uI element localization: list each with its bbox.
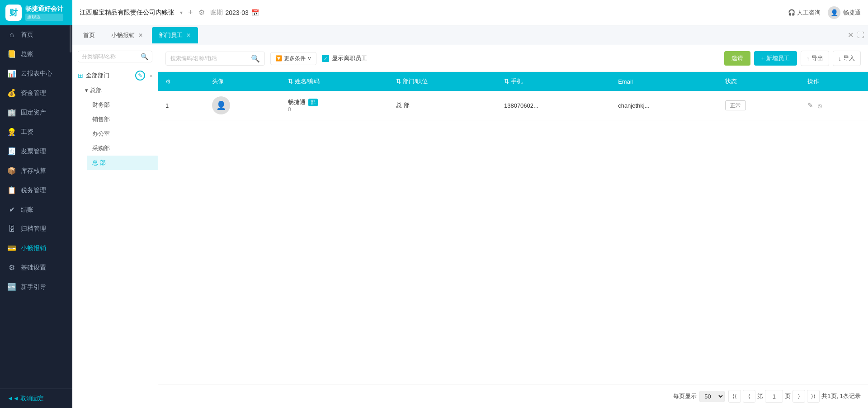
col-email: Email (611, 72, 718, 91)
per-page-select[interactable]: 50 100 200 (699, 391, 725, 402)
period-display: 账期 2023-03 📅 (210, 9, 259, 17)
inventory-icon: 📦 (7, 166, 16, 175)
user-menu[interactable]: 👤 畅捷通 (828, 6, 861, 19)
col-phone[interactable]: ⇅ 手机 (497, 72, 611, 91)
tab-employees[interactable]: 部门员工 ✕ (152, 27, 198, 43)
tab-expense-label: 小畅报销 (111, 31, 135, 39)
app-edition: 旗舰版 (25, 14, 63, 21)
col-dept[interactable]: ⇅ 部门/职位 (389, 72, 497, 91)
settings-icon: ⚙ (7, 263, 16, 272)
sidebar-item-inventory[interactable]: 📦 库存核算 (0, 161, 72, 180)
show-resigned-checkbox[interactable]: ✓ (322, 55, 329, 62)
prev-page-button[interactable]: ⟨ (743, 390, 755, 403)
col-name[interactable]: ⇅ 姓名/编码 (281, 72, 389, 91)
sidebar-scrollbar[interactable] (70, 25, 71, 52)
tabs-controls: ✕ ⛶ (848, 31, 864, 39)
employee-search-input[interactable] (170, 55, 248, 62)
sidebar-logo: 财 畅捷通好会计 旗舰版 (0, 0, 72, 25)
dept-node-office[interactable]: 办公室 (87, 127, 158, 141)
page-navigation: ⟨⟨ ⟨ 第 页 ⟩ ⟩⟩ 共1页, 1条记录 (728, 390, 861, 403)
import-button[interactable]: ↓ 导入 (833, 51, 861, 66)
invoice-icon: 🧾 (7, 147, 16, 156)
next-page-button[interactable]: ⟩ (793, 390, 805, 403)
dept-edit-button[interactable]: ✎ (135, 71, 145, 81)
add-employee-button[interactable]: + 新增员工 (754, 51, 797, 66)
app-name: 畅捷通好会计 (25, 5, 63, 13)
sidebar-item-guide[interactable]: 🆕 新手引导 (0, 277, 72, 297)
sidebar-item-assets[interactable]: 🏢 固定资产 (0, 103, 72, 122)
employee-code: 0 (288, 106, 382, 113)
calendar-icon[interactable]: 📅 (251, 9, 259, 16)
col-settings[interactable]: ⚙ (158, 72, 205, 91)
last-page-button[interactable]: ⟩⟩ (807, 390, 820, 403)
main-area: 江西服宝精品有限责任公司内账张 ▾ + ⚙ 账期 2023-03 📅 🎧 人工咨… (72, 0, 868, 408)
employee-table: ⚙ 头像 ⇅ 姓名/编码 ⇅ 部门/职位 ⇅ 手机 Email 状态 操作 1 (158, 72, 868, 120)
show-resigned-toggle[interactable]: ✓ 显示离职员工 (322, 54, 367, 62)
import-icon: ↓ (839, 55, 842, 62)
sidebar-item-label: 库存核算 (21, 167, 46, 175)
employee-search-box[interactable]: 🔍 (165, 52, 265, 66)
sidebar-item-label: 固定资产 (21, 109, 46, 117)
tab-home-label: 首页 (83, 31, 95, 39)
show-resigned-label: 显示离职员工 (332, 54, 367, 62)
sidebar-item-tax[interactable]: 📋 税务管理 (0, 180, 72, 200)
app-logo-icon: 财 (5, 5, 22, 21)
add-company-button[interactable]: + (188, 8, 193, 17)
checkout-icon: ✔ (7, 205, 16, 214)
support-label: 人工咨询 (797, 9, 821, 17)
avatar: 👤 (828, 6, 840, 19)
dept-collapse-icon[interactable]: « (150, 73, 152, 78)
dept-search-input[interactable] (82, 53, 139, 60)
close-all-icon[interactable]: ✕ (848, 31, 854, 39)
table-row: 1 👤 畅捷通 部 0 总 部 (158, 91, 868, 120)
dept-node-headquarters[interactable]: ▾ 总部 (80, 83, 158, 98)
employee-table-container: ⚙ 头像 ⇅ 姓名/编码 ⇅ 部门/职位 ⇅ 手机 Email 状态 操作 1 (158, 72, 868, 384)
tab-employees-close-icon[interactable]: ✕ (186, 32, 191, 38)
sidebar-item-archive[interactable]: 🗄 归档管理 (0, 219, 72, 238)
tab-expense[interactable]: 小畅报销 ✕ (104, 27, 150, 43)
logout-action-icon[interactable]: ⎋ (818, 102, 822, 109)
filter-more-button[interactable]: 🔽 更多条件 ∨ (270, 52, 316, 65)
per-page-label: 每页显示 (673, 392, 697, 400)
invite-button[interactable]: 邀请 (724, 51, 750, 66)
tab-home[interactable]: 首页 (76, 27, 102, 43)
all-departments-header[interactable]: ⊞ 全部部门 ✎ « (72, 68, 158, 83)
sidebar-item-invoice[interactable]: 🧾 发票管理 (0, 142, 72, 161)
sidebar-item-ledger[interactable]: 📒 总账 (0, 44, 72, 64)
page-number-input[interactable] (765, 390, 783, 403)
home-icon: ⌂ (7, 31, 16, 39)
sidebar-item-settings[interactable]: ⚙ 基础设置 (0, 258, 72, 277)
row-name: 畅捷通 部 0 (281, 91, 389, 120)
dept-search-box[interactable]: 🔍 (78, 51, 152, 62)
tax-icon: 📋 (7, 186, 16, 195)
total-records-label: 共1页, 1条记录 (821, 392, 861, 400)
sidebar-item-expense[interactable]: 💳 小畅报销 (0, 238, 72, 258)
guide-icon: 🆕 (7, 283, 16, 291)
tab-expense-close-icon[interactable]: ✕ (138, 32, 143, 38)
sidebar-item-home[interactable]: ⌂ 首页 (0, 25, 72, 44)
maximize-icon[interactable]: ⛶ (857, 31, 864, 39)
sidebar-item-reports[interactable]: 📊 云报表中心 (0, 64, 72, 83)
row-phone: 138070602... (497, 91, 611, 120)
sidebar-item-checkout[interactable]: ✔ 结账 (0, 200, 72, 219)
first-page-button[interactable]: ⟨⟨ (728, 390, 741, 403)
dept-node-general[interactable]: 总 部 (87, 156, 158, 170)
sidebar-item-label: 首页 (21, 31, 33, 39)
sidebar-item-label: 新手引导 (21, 283, 46, 291)
export-button[interactable]: ↑ 导出 (801, 51, 829, 66)
company-dropdown-icon[interactable]: ▾ (180, 9, 183, 16)
unpin-sidebar-button[interactable]: ◄◄ 取消固定 (0, 389, 72, 408)
sidebar-item-salary[interactable]: 👷 工资 (0, 122, 72, 142)
row-actions: ✎ ⎋ (800, 91, 868, 120)
grid-icon: ⊞ (78, 72, 83, 79)
sidebar: 财 畅捷通好会计 旗舰版 ⌂ 首页 📒 总账 📊 云报表中心 💰 资金管理 🏢 … (0, 0, 72, 408)
support-button[interactable]: 🎧 人工咨询 (788, 9, 821, 17)
dept-node-procurement[interactable]: 采购部 (87, 141, 158, 156)
settings-gear-icon[interactable]: ⚙ (198, 8, 205, 17)
dept-node-finance[interactable]: 财务部 (87, 98, 158, 112)
sidebar-item-funds[interactable]: 💰 资金管理 (0, 83, 72, 103)
dept-node-sales[interactable]: 销售部 (87, 112, 158, 127)
content-area: 🔍 ⊞ 全部部门 ✎ « ▾ 总部 财务部 销售部 办公室 采购部 总 部 (72, 45, 868, 408)
edit-action-icon[interactable]: ✎ (807, 101, 813, 109)
sidebar-item-label: 小畅报销 (21, 244, 46, 252)
